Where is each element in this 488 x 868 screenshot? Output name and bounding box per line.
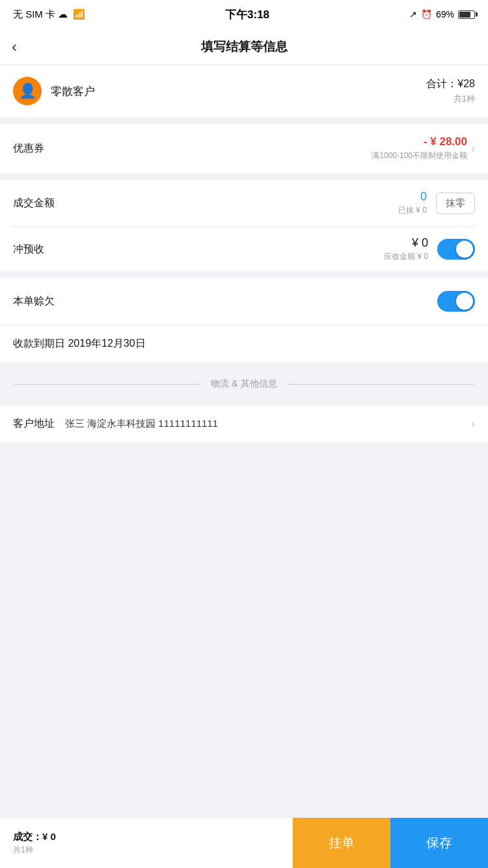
- amount-row: 成交金额 0 已抹 ¥ 0 抹零: [0, 180, 488, 226]
- coupon-info: - ¥ 28.00 满1000-100不限制使用金额: [372, 135, 467, 161]
- debt-label: 本单赊欠: [13, 295, 55, 308]
- battery-text: 69%: [436, 9, 454, 20]
- bottom-count: 共1种: [13, 845, 280, 856]
- page-title: 填写结算等信息: [201, 38, 288, 55]
- logistics-label: 物流 & 其他信息: [200, 378, 287, 390]
- coupon-row[interactable]: 优惠券 - ¥ 28.00 满1000-100不限制使用金额 ›: [0, 124, 488, 173]
- debt-toggle-thumb: [456, 293, 473, 310]
- debt-toggle-track: [437, 291, 475, 312]
- prepay-amount: ¥ 0: [384, 236, 428, 250]
- bottom-bar: 成交：¥ 0 共1种 挂单 保存: [0, 817, 488, 868]
- wifi-icon: 📶: [73, 8, 85, 20]
- coupon-chevron-icon: ›: [471, 142, 475, 156]
- debt-row: 本单赊欠: [0, 278, 488, 325]
- logistics-section: 物流 & 其他信息: [0, 369, 488, 399]
- debt-section: 本单赊欠 收款到期日 2019年12月30日: [0, 278, 488, 362]
- coupon-right: - ¥ 28.00 满1000-100不限制使用金额 ›: [372, 135, 475, 161]
- battery-icon: [458, 10, 475, 19]
- coupon-card[interactable]: 优惠券 - ¥ 28.00 满1000-100不限制使用金额 ›: [0, 124, 488, 173]
- total-label: 合计：¥28: [426, 77, 475, 91]
- coupon-desc: 满1000-100不限制使用金额: [372, 150, 467, 161]
- amount-rounded: 已抹 ¥ 0: [398, 205, 427, 216]
- address-label: 客户地址: [13, 417, 65, 431]
- prepay-row: 冲预收 ¥ 0 应收金额 ¥ 0: [0, 227, 488, 271]
- address-row[interactable]: 客户地址 张三 海淀永丰科技园 11111111111 ›: [0, 405, 488, 442]
- customer-right: 合计：¥28 共1种: [426, 77, 475, 105]
- location-icon: ↗: [409, 9, 417, 20]
- coupon-discount: - ¥ 28.00: [372, 135, 467, 148]
- customer-card: 👤 零散客户 合计：¥28 共1种: [0, 65, 488, 117]
- status-time: 下午3:18: [225, 7, 269, 22]
- address-chevron-icon: ›: [471, 417, 475, 431]
- no-sim-text: 无 SIM 卡 ☁: [13, 8, 68, 21]
- back-button[interactable]: ‹: [12, 38, 17, 56]
- avatar-icon: 👤: [19, 83, 36, 100]
- prepay-values: ¥ 0 应收金额 ¥ 0: [384, 236, 428, 262]
- amount-value: 0: [398, 190, 427, 204]
- bottom-deal-value: ¥ 0: [42, 831, 56, 842]
- prepay-label: 冲预收: [13, 243, 44, 256]
- customer-name: 零散客户: [51, 84, 95, 99]
- due-date-value: 2019年12月30日: [68, 338, 145, 349]
- toggle-thumb: [456, 241, 473, 258]
- due-date-label: 收款到期日: [13, 338, 65, 349]
- prepay-due: 应收金额 ¥ 0: [384, 251, 428, 262]
- bottom-deal-label: 成交：: [13, 831, 42, 842]
- toggle-track: [437, 239, 475, 260]
- bottom-summary: 成交：¥ 0 共1种: [0, 831, 293, 856]
- round-button[interactable]: 抹零: [436, 193, 475, 214]
- status-right: ↗ ⏰ 69%: [409, 9, 475, 20]
- bottom-deal: 成交：¥ 0: [13, 831, 280, 843]
- nav-bar: ‹ 填写结算等信息: [0, 29, 488, 65]
- address-value: 张三 海淀永丰科技园 11111111111: [65, 418, 466, 430]
- amount-label: 成交金额: [13, 197, 65, 210]
- due-date-row[interactable]: 收款到期日 2019年12月30日: [0, 325, 488, 362]
- hang-button[interactable]: 挂单: [293, 818, 390, 869]
- amount-right: 0 已抹 ¥ 0 抹零: [398, 190, 475, 216]
- total-count: 共1种: [426, 93, 475, 105]
- avatar: 👤: [13, 77, 42, 105]
- status-left: 无 SIM 卡 ☁ 📶: [13, 8, 85, 21]
- prepay-toggle[interactable]: [437, 239, 475, 260]
- amount-value-group: 0 已抹 ¥ 0: [398, 190, 427, 216]
- logistics-divider-left: [13, 384, 200, 385]
- due-date-text: 收款到期日 2019年12月30日: [13, 338, 146, 349]
- logistics-divider-right: [288, 384, 475, 385]
- address-section[interactable]: 客户地址 张三 海淀永丰科技园 11111111111 ›: [0, 405, 488, 442]
- debt-toggle[interactable]: [437, 291, 475, 312]
- status-bar: 无 SIM 卡 ☁ 📶 下午3:18 ↗ ⏰ 69%: [0, 0, 488, 29]
- content-area: 👤 零散客户 合计：¥28 共1种 优惠券 - ¥ 28.00 满1000-10…: [0, 65, 488, 501]
- prepay-right: ¥ 0 应收金额 ¥ 0: [384, 236, 475, 262]
- transaction-section: 成交金额 0 已抹 ¥ 0 抹零 冲预收 ¥ 0 应收金额 ¥ 0: [0, 180, 488, 271]
- save-button[interactable]: 保存: [390, 818, 488, 869]
- coupon-label: 优惠券: [13, 142, 44, 156]
- alarm-icon: ⏰: [421, 9, 432, 20]
- customer-left: 👤 零散客户: [13, 77, 95, 105]
- customer-row: 👤 零散客户 合计：¥28 共1种: [0, 65, 488, 117]
